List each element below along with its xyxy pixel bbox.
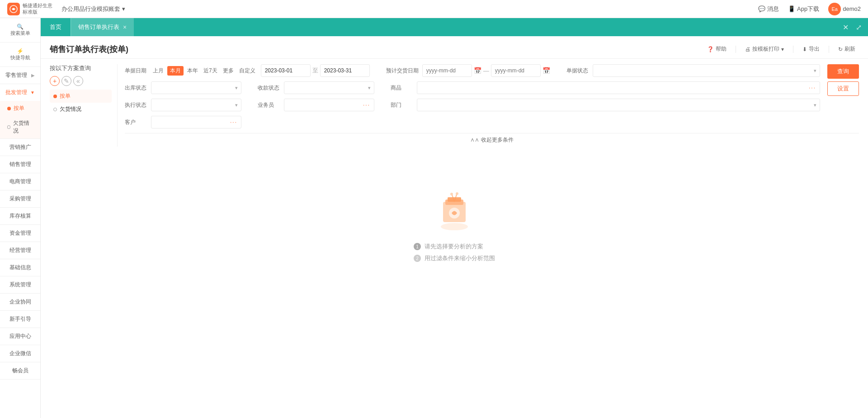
app-download-button[interactable]: 📱 App下载 bbox=[788, 5, 819, 13]
date-range: 至 bbox=[261, 64, 370, 77]
filter-title-text: 按以下方案查询 bbox=[50, 64, 91, 72]
tab-expand-button[interactable]: ⤢ bbox=[854, 21, 863, 33]
settings-button[interactable]: 设置 bbox=[827, 81, 859, 96]
exec-status-select[interactable] bbox=[151, 99, 241, 111]
inventory-label: 库存核算 bbox=[9, 212, 31, 220]
refresh-button[interactable]: ↻ 刷新 bbox=[835, 43, 859, 55]
export-button[interactable]: ⬇ 导出 bbox=[799, 43, 823, 55]
date-tab-more[interactable]: 更多 bbox=[221, 66, 236, 76]
phone-icon: 📱 bbox=[788, 5, 795, 12]
export-label: 导出 bbox=[809, 45, 820, 53]
payment-status-label: 收款状态 bbox=[258, 84, 280, 92]
filter-out-status-field: 出库状态 bbox=[125, 81, 241, 94]
tab-home[interactable]: 首页 bbox=[41, 18, 71, 36]
sidebar-item-ecom[interactable]: 电商管理 bbox=[0, 173, 40, 190]
top-bar-right: 💬 消息 📱 App下载 Ea demo2 bbox=[758, 3, 861, 15]
help-button[interactable]: ❓ 帮助 bbox=[703, 43, 730, 55]
collapse-plan-button[interactable]: « bbox=[73, 76, 83, 86]
marketing-label: 营销推广 bbox=[9, 143, 31, 151]
tab-minimize-button[interactable]: ✕ bbox=[841, 21, 850, 33]
add-plan-button[interactable]: + bbox=[50, 76, 60, 86]
customer-label: 客户 bbox=[125, 119, 147, 126]
hint-num-1: 1 bbox=[414, 243, 421, 250]
sidebar-sales-section: 销售管理 bbox=[0, 156, 40, 173]
company-selector[interactable]: 办公用品行业模拟账套 ▾ bbox=[61, 5, 125, 13]
empty-hints: 1 请先选择要分析的方案 2 用过滤条件来缩小分析范围 bbox=[414, 242, 495, 266]
sidebar-subitem-backorder[interactable]: 欠货情况 bbox=[0, 116, 40, 138]
logo-line2: 标准版 bbox=[23, 9, 52, 15]
expected-date-end-input[interactable] bbox=[491, 64, 541, 77]
sidebar-item-marketing[interactable]: 营销推广 bbox=[0, 139, 40, 156]
sidebar-item-finance[interactable]: 资金管理 bbox=[0, 225, 40, 242]
out-status-select[interactable] bbox=[151, 81, 241, 94]
chevron-down-icon: ▾ bbox=[122, 5, 125, 12]
customer-input[interactable]: ··· bbox=[151, 116, 241, 128]
sidebar-item-purchase[interactable]: 采购管理 bbox=[0, 190, 40, 207]
refresh-icon: ↻ bbox=[838, 46, 843, 52]
collapse-bar[interactable]: ∧∧ 收起更多条件 bbox=[125, 133, 859, 147]
calendar-icon-end[interactable]: 📅 bbox=[542, 67, 550, 74]
sidebar-item-guide[interactable]: 新手引导 bbox=[0, 311, 40, 328]
expected-date-start-input[interactable] bbox=[422, 64, 472, 77]
collab-label: 企业协同 bbox=[9, 298, 31, 306]
sidebar-subitem-order[interactable]: 按单 bbox=[0, 101, 40, 116]
business-label: 经营管理 bbox=[9, 247, 31, 254]
sidebar-finance-section: 资金管理 bbox=[0, 225, 40, 242]
sidebar-item-member[interactable]: 畅会员 bbox=[0, 362, 40, 379]
sidebar-item-business[interactable]: 经营管理 bbox=[0, 242, 40, 259]
filter-goods-field: 商品 ··· bbox=[391, 81, 820, 94]
empty-hint-2: 2 用过滤条件来缩小分析范围 bbox=[414, 254, 495, 262]
user-menu[interactable]: Ea demo2 bbox=[828, 3, 861, 15]
date-tab-custom[interactable]: 自定义 bbox=[237, 66, 257, 76]
divider1 bbox=[736, 46, 736, 53]
sidebar-ecom-section: 电商管理 bbox=[0, 173, 40, 190]
sidebar-item-basic[interactable]: 基础信息 bbox=[0, 259, 40, 276]
goods-input[interactable]: ··· bbox=[417, 81, 820, 94]
quick-nav-label: 快捷导航 bbox=[5, 54, 36, 61]
sidebar-basic-section: 基础信息 bbox=[0, 259, 40, 276]
plan-item-order[interactable]: 按单 bbox=[50, 90, 112, 103]
date-start-input[interactable] bbox=[261, 64, 311, 77]
edit-plan-button[interactable]: ✎ bbox=[61, 76, 71, 86]
date-tab-thisyear[interactable]: 本年 bbox=[185, 66, 200, 76]
sidebar-item-system[interactable]: 系统管理 bbox=[0, 276, 40, 293]
salesperson-dots-icon: ··· bbox=[363, 102, 370, 108]
search-menu-button[interactable]: 🔍 搜索菜单 bbox=[5, 22, 36, 38]
print-button[interactable]: 🖨 按模板打印 ▾ bbox=[741, 43, 788, 55]
date-tab-thismonth[interactable]: 本月 bbox=[167, 66, 184, 76]
date-end-input[interactable] bbox=[320, 64, 370, 77]
sidebar-item-retail[interactable]: 零售管理 ▶ bbox=[0, 67, 40, 84]
date-tab-7days[interactable]: 近7天 bbox=[202, 66, 219, 76]
quick-nav-button[interactable]: ⚡ 快捷导航 bbox=[5, 46, 36, 63]
message-button[interactable]: 💬 消息 bbox=[758, 5, 779, 13]
payment-status-select[interactable] bbox=[284, 81, 374, 94]
date-tab-lastmonth[interactable]: 上月 bbox=[151, 66, 165, 76]
appcenter-label: 应用中心 bbox=[9, 332, 31, 340]
sidebar-item-wechat[interactable]: 企业微信 bbox=[0, 345, 40, 362]
basic-label: 基础信息 bbox=[9, 264, 31, 271]
query-button[interactable]: 查询 bbox=[827, 64, 859, 79]
exec-status-label: 执行状态 bbox=[125, 101, 147, 109]
sidebar-item-collab[interactable]: 企业协同 bbox=[0, 294, 40, 310]
salesperson-label: 业务员 bbox=[258, 101, 280, 109]
date-tabs: 上月 本月 本年 近7天 更多 自定义 bbox=[151, 66, 257, 76]
sidebar-item-sales[interactable]: 销售管理 bbox=[0, 156, 40, 173]
salesperson-input[interactable]: ··· bbox=[284, 99, 374, 111]
retail-label: 零售管理 bbox=[5, 71, 27, 79]
message-icon: 💬 bbox=[758, 5, 765, 12]
chevron-down-icon2: ▼ bbox=[30, 90, 35, 95]
doc-status-select[interactable] bbox=[593, 64, 820, 77]
tab-bar: 首页 销售订单执行表 × ✕ ⤢ bbox=[41, 18, 868, 36]
plan-item-backorder[interactable]: 欠货情况 bbox=[50, 103, 112, 116]
tab-active[interactable]: 销售订单执行表 × bbox=[71, 18, 134, 36]
calendar-icon-start[interactable]: 📅 bbox=[474, 67, 481, 74]
sidebar: 🔍 搜索菜单 ⚡ 快捷导航 零售管理 ▶ 批发管理 ▼ bbox=[0, 18, 41, 418]
sidebar-item-inventory[interactable]: 库存核算 bbox=[0, 208, 40, 224]
sidebar-item-appcenter[interactable]: 应用中心 bbox=[0, 328, 40, 345]
sidebar-item-wholesale[interactable]: 批发管理 ▼ bbox=[0, 84, 40, 101]
filter-sidebar: 按以下方案查询 + ✎ « 按单 bbox=[50, 64, 118, 147]
tab-close-button[interactable]: × bbox=[123, 24, 127, 31]
dept-select[interactable] bbox=[417, 99, 820, 111]
top-bar: 畅捷通好生意 标准版 办公用品行业模拟账套 ▾ 💬 消息 📱 App下载 Ea bbox=[0, 0, 868, 18]
help-icon: ❓ bbox=[707, 46, 714, 52]
